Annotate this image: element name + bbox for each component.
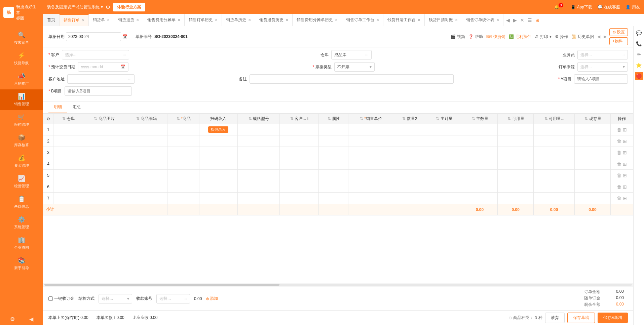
horizontal-scrollbar[interactable] bbox=[43, 283, 633, 287]
row7-attributes[interactable] bbox=[319, 193, 348, 204]
row7-spec[interactable] bbox=[237, 193, 279, 204]
row7-code[interactable] bbox=[125, 193, 167, 204]
copy-icon-2[interactable]: ⊞ bbox=[623, 138, 627, 144]
row3-customer-code[interactable] bbox=[279, 147, 319, 158]
row1-scan[interactable]: 扫码录入 bbox=[199, 124, 237, 135]
sidebar-item-basic[interactable]: 📋 基础信息 bbox=[0, 192, 43, 212]
sidebar-item-sales[interactable]: 📊 销售管理 bbox=[0, 89, 43, 110]
row7-sales-unit[interactable] bbox=[348, 193, 393, 204]
help-btn[interactable]: ❓ 帮助 bbox=[468, 34, 483, 40]
row6-quantity2[interactable] bbox=[393, 181, 426, 193]
sort-icon[interactable]: ⇅ bbox=[94, 116, 97, 121]
close-tab-icon[interactable]: ✕ bbox=[496, 18, 499, 22]
collapse-icon[interactable]: ◀ bbox=[29, 316, 33, 322]
tabs-grid-btn[interactable]: ⊞ bbox=[534, 16, 541, 24]
row5-attributes[interactable] bbox=[319, 170, 348, 181]
sidebar-item-search[interactable]: 🔍 搜索菜单 bbox=[0, 28, 43, 48]
copy-icon-7[interactable]: ⊞ bbox=[623, 196, 627, 201]
row6-spec[interactable] bbox=[237, 181, 279, 193]
sort-icon[interactable]: ⇅ bbox=[472, 116, 475, 121]
tab-sales-invoice-history[interactable]: 销货单历史 ✕ bbox=[222, 14, 255, 26]
tab-sales-expense-split[interactable]: 销售费用分摊单 ✕ bbox=[143, 14, 185, 26]
row7-main-unit[interactable] bbox=[426, 193, 462, 204]
tab-cash-daily-reconcile[interactable]: 钱货日清对账 ✕ bbox=[425, 14, 462, 26]
row1-quantity2[interactable] bbox=[393, 124, 426, 135]
row1-customer-code[interactable] bbox=[279, 124, 319, 135]
sidebar-item-purchase[interactable]: 🛒 采购管理 bbox=[0, 110, 43, 130]
sort-icon[interactable]: ⇅ bbox=[544, 116, 548, 121]
online-service-item[interactable]: 💬 在线客服 bbox=[598, 4, 620, 10]
copy-icon-4[interactable]: ⊞ bbox=[623, 161, 627, 167]
row4-customer-code[interactable] bbox=[279, 158, 319, 170]
sort-icon[interactable]: ⇅ bbox=[360, 116, 363, 121]
row4-code[interactable] bbox=[125, 158, 167, 170]
right-panel-phone-icon[interactable]: 📞 bbox=[635, 40, 643, 48]
row2-warehouse[interactable] bbox=[53, 135, 83, 147]
close-tab-icon[interactable]: ✕ bbox=[136, 18, 139, 22]
row2-attributes[interactable] bbox=[319, 135, 348, 147]
close-tab-icon[interactable]: ✕ bbox=[418, 18, 420, 22]
row2-product[interactable] bbox=[167, 135, 199, 147]
delete-icon-7[interactable]: 🗑 bbox=[617, 196, 621, 201]
receipt-account-select[interactable]: 选择... ··· bbox=[156, 294, 190, 303]
sidebar-item-enterprise[interactable]: 🏢 企业协同 bbox=[0, 233, 43, 253]
discard-button[interactable]: 放弃 bbox=[545, 313, 565, 323]
row2-main-unit[interactable] bbox=[426, 135, 462, 147]
invoice-type-select[interactable]: 不开票 ▾ bbox=[334, 62, 375, 72]
tab-sales-return[interactable]: 销货退货 ✕ bbox=[114, 14, 143, 26]
close-tab-icon[interactable]: ✕ bbox=[248, 18, 251, 22]
row3-spec[interactable] bbox=[237, 147, 279, 158]
detail-tab-summary[interactable]: 汇总 bbox=[67, 101, 86, 113]
one-click-checkbox-label[interactable]: 一键收订金 bbox=[48, 296, 74, 301]
row6-customer-code[interactable] bbox=[279, 181, 319, 193]
row3-code[interactable] bbox=[125, 147, 167, 158]
info-icon[interactable]: ℹ bbox=[307, 116, 309, 121]
notification-item[interactable]: 🔔 9 bbox=[554, 5, 565, 9]
row1-warehouse[interactable] bbox=[53, 124, 83, 135]
row7-warehouse[interactable] bbox=[53, 193, 83, 204]
row2-quantity2[interactable] bbox=[393, 135, 426, 147]
row1-main-quantity[interactable] bbox=[462, 124, 498, 135]
close-tab-icon[interactable]: ✕ bbox=[376, 18, 379, 22]
tab-sales-order-history[interactable]: 销售订单历史 ✕ bbox=[185, 14, 222, 26]
warehouse-select[interactable]: 成品库 ··· bbox=[331, 50, 372, 59]
goods-count-icon[interactable]: ⊙ bbox=[508, 316, 512, 320]
one-click-checkbox[interactable] bbox=[48, 296, 53, 301]
info-icon2[interactable]: ℹ bbox=[114, 315, 115, 320]
row6-sales-unit[interactable] bbox=[348, 181, 393, 193]
row7-quantity2[interactable] bbox=[393, 193, 426, 204]
delete-icon-5[interactable]: 🗑 bbox=[617, 173, 621, 178]
view-btn[interactable]: 🎬 视频 bbox=[451, 34, 465, 40]
delete-icon-6[interactable]: 🗑 bbox=[617, 184, 621, 190]
row6-main-quantity[interactable] bbox=[462, 181, 498, 193]
sidebar-item-quick[interactable]: ⚡ 快捷导航 bbox=[0, 48, 43, 69]
sort-icon[interactable]: ⇅ bbox=[436, 116, 439, 121]
order-source-select[interactable]: 选择... ▾ bbox=[577, 62, 628, 72]
row4-attributes[interactable] bbox=[319, 158, 348, 170]
row5-customer-code[interactable] bbox=[279, 170, 319, 181]
row5-sales-unit[interactable] bbox=[348, 170, 393, 181]
user-item[interactable]: 👤 用友 bbox=[626, 4, 640, 10]
row1-sales-unit[interactable] bbox=[348, 124, 393, 135]
row2-code[interactable] bbox=[125, 135, 167, 147]
salesperson-select[interactable]: 选择... ··· bbox=[577, 50, 628, 59]
sidebar-item-inventory[interactable]: 📦 库存核算 bbox=[0, 130, 43, 151]
delete-icon-4[interactable]: 🗑 bbox=[617, 161, 621, 167]
row2-customer-code[interactable] bbox=[279, 135, 319, 147]
tabs-prev-btn[interactable]: ◀ bbox=[505, 16, 511, 24]
sort-icon[interactable]: ⇅ bbox=[290, 116, 294, 121]
save-new-button[interactable]: 保存&新增 bbox=[598, 313, 628, 323]
row4-product[interactable] bbox=[167, 158, 199, 170]
copy-icon-1[interactable]: ⊞ bbox=[623, 127, 627, 132]
scroll-thumb[interactable] bbox=[44, 284, 279, 286]
sort-icon[interactable]: ⇅ bbox=[328, 116, 331, 121]
sort-icon[interactable]: ⇅ bbox=[62, 116, 66, 121]
row6-code[interactable] bbox=[125, 181, 167, 193]
delete-icon-3[interactable]: 🗑 bbox=[617, 150, 621, 155]
sort-icon[interactable]: ⇅ bbox=[507, 116, 511, 121]
operation-btn[interactable]: ⚙ 操作 bbox=[555, 34, 568, 40]
right-panel-alert-icon[interactable]: 🔴 bbox=[635, 72, 643, 80]
copy-icon-3[interactable]: ⊞ bbox=[623, 150, 627, 155]
row3-sales-unit[interactable] bbox=[348, 147, 393, 158]
row5-spec[interactable] bbox=[237, 170, 279, 181]
